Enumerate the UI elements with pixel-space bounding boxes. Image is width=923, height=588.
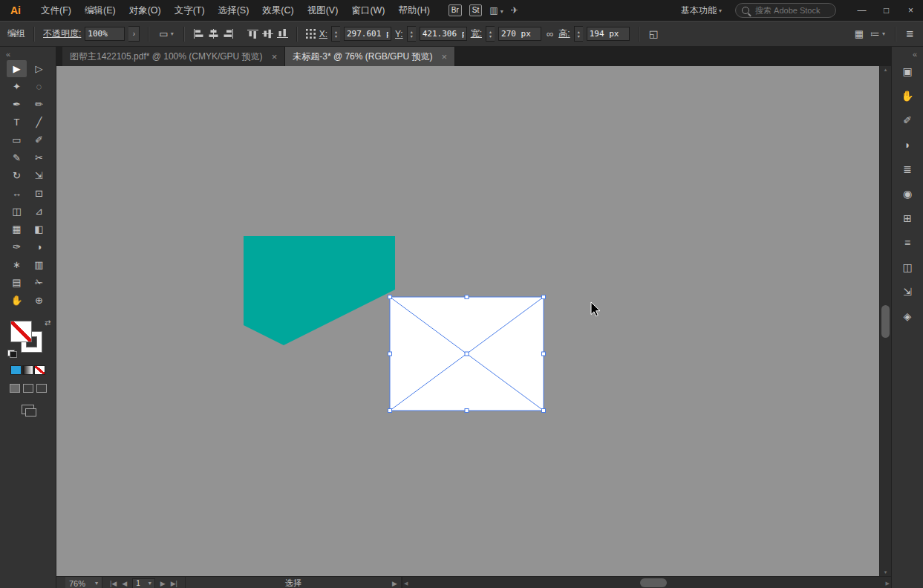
search-input[interactable]	[754, 5, 829, 16]
selection-handle[interactable]	[388, 295, 392, 299]
symbol-sprayer-tool[interactable]: ∗	[7, 256, 27, 273]
gradient-button[interactable]	[22, 365, 33, 375]
width-label[interactable]: 宽:	[471, 27, 482, 40]
workspace-switcher[interactable]: 基本功能 ▾	[681, 4, 722, 17]
selection-handle[interactable]	[388, 352, 392, 356]
previous-artboard-icon[interactable]: ◀	[122, 580, 127, 587]
transparency-panel-icon[interactable]: ⊞	[898, 210, 917, 226]
swap-fill-stroke-icon[interactable]: ⇄	[45, 318, 50, 327]
align-horizontal-center-icon[interactable]	[208, 29, 219, 39]
scroll-down-icon[interactable]: ▾	[880, 569, 891, 575]
menu-window[interactable]: 窗口(W)	[345, 0, 391, 21]
close-tab-icon[interactable]: ×	[272, 51, 278, 62]
draw-normal-icon[interactable]	[10, 384, 20, 393]
vertical-scroll-thumb[interactable]	[881, 305, 890, 338]
blend-tool[interactable]: ◑	[29, 238, 49, 255]
app-logo[interactable]: Ai	[6, 2, 25, 19]
free-transform-tool[interactable]: ⊡	[29, 185, 49, 202]
scale-tool[interactable]: ⇲	[29, 167, 49, 184]
stock-badge[interactable]: St	[469, 4, 482, 16]
transform-presets-icon[interactable]: ▭▾	[157, 28, 175, 39]
menu-file[interactable]: 文件(F)	[34, 0, 78, 21]
width-tool[interactable]: ↔	[7, 185, 27, 202]
horizontal-scroll-thumb[interactable]	[640, 578, 667, 587]
type-tool[interactable]: T	[7, 114, 27, 131]
draw-behind-icon[interactable]	[23, 384, 33, 393]
selection-handle[interactable]	[542, 295, 546, 299]
perspective-grid-tool[interactable]: ⊿	[29, 203, 49, 220]
menu-select[interactable]: 选择(S)	[212, 0, 256, 21]
horizontal-scrollbar[interactable]: ◀ ▶	[402, 577, 891, 588]
scroll-left-icon[interactable]: ◀	[404, 577, 408, 588]
direct-selection-tool[interactable]: ▷	[29, 60, 49, 77]
color-button[interactable]	[10, 365, 22, 375]
last-artboard-icon[interactable]: ▶|	[171, 580, 177, 587]
shape-builder-tool[interactable]: ◫	[7, 203, 27, 220]
lasso-tool[interactable]: ◌	[29, 78, 49, 95]
vertical-scrollbar[interactable]: ▴ ▾	[879, 66, 891, 576]
align-vertical-bottom-icon[interactable]	[277, 29, 288, 39]
paintbrush-tool[interactable]: ✐	[29, 131, 49, 148]
selection-tool[interactable]: ▶	[7, 60, 27, 77]
artboards-panel-icon[interactable]: ▣	[898, 63, 917, 79]
width-stepper[interactable]: ▴▾	[486, 26, 495, 42]
menu-type[interactable]: 文字(T)	[168, 0, 212, 21]
gradient-panel-icon[interactable]: ◉	[898, 186, 917, 202]
line-segment-tool[interactable]: ╱	[29, 114, 49, 131]
magic-wand-tool[interactable]: ✦	[7, 78, 27, 95]
opacity-label[interactable]: 不透明度:	[43, 27, 81, 40]
close-tab-icon[interactable]: ×	[441, 51, 447, 62]
column-graph-tool[interactable]: ▥	[29, 256, 49, 273]
collapse-toolbar-icon[interactable]: «	[0, 47, 16, 60]
share-icon[interactable]: ✈	[511, 5, 518, 16]
menu-edit[interactable]: 编辑(E)	[78, 0, 123, 21]
selection-handle[interactable]	[388, 409, 392, 413]
selection-handle[interactable]	[465, 295, 469, 299]
y-input[interactable]	[420, 27, 467, 41]
selection-center-point[interactable]	[465, 352, 469, 356]
y-label[interactable]: Y:	[395, 29, 403, 39]
slice-tool[interactable]: ✁	[29, 274, 49, 291]
shapes-panel-icon[interactable]: ◗	[898, 137, 917, 153]
menu-object[interactable]: 对象(O)	[123, 0, 168, 21]
curvature-tool[interactable]: ✏	[29, 96, 49, 113]
zoom-level-select[interactable]: 76% ▾	[65, 577, 102, 588]
flag-shape[interactable]	[244, 236, 395, 345]
align-vertical-center-icon[interactable]	[262, 29, 273, 39]
close-button[interactable]: ×	[898, 0, 923, 21]
expand-dock-icon[interactable]: «	[907, 47, 923, 60]
align-horizontal-left-icon[interactable]	[193, 29, 204, 39]
opacity-input[interactable]	[85, 27, 125, 41]
default-fill-stroke-icon[interactable]	[7, 350, 17, 358]
shaper-tool[interactable]: ✎	[7, 149, 27, 166]
arrange-documents-icon[interactable]: ▥▾	[489, 5, 503, 16]
next-artboard-icon[interactable]: ▶	[160, 580, 166, 587]
rotate-tool[interactable]: ↻	[7, 167, 27, 184]
stroke-panel-icon[interactable]: ≣	[898, 161, 917, 177]
status-display[interactable]: 选择 ▶	[185, 577, 402, 588]
control-panel-menu-icon[interactable]: ≣	[904, 28, 916, 39]
draw-inside-icon[interactable]	[36, 384, 47, 393]
align-panel-icon[interactable]: ≡	[898, 235, 917, 251]
selection-handle[interactable]	[542, 409, 546, 413]
document-layout-icon[interactable]: ≔▾	[869, 28, 887, 39]
hand-tool[interactable]: ✋	[7, 292, 27, 309]
align-horizontal-right-icon[interactable]	[223, 29, 234, 39]
stock-search[interactable]	[735, 3, 836, 18]
minimize-button[interactable]: —	[849, 0, 874, 21]
screen-mode-icon[interactable]	[22, 405, 34, 414]
artboard-tool[interactable]: ▤	[7, 274, 27, 291]
restore-button[interactable]: □	[874, 0, 898, 21]
hand-panel-icon[interactable]: ✋	[898, 88, 917, 104]
link-dimensions-icon[interactable]: ∞	[545, 28, 555, 39]
rectangle-tool[interactable]: ▭	[7, 131, 27, 148]
artboard-number-select[interactable]: 1 ▾	[132, 578, 155, 588]
height-input[interactable]	[587, 27, 630, 41]
width-input[interactable]	[498, 27, 541, 41]
bounding-box-icon[interactable]: ◱	[648, 28, 659, 39]
mesh-tool[interactable]: ▦	[7, 220, 27, 238]
pathfinder-panel-icon[interactable]: ◫	[898, 259, 917, 275]
status-flyout-icon[interactable]: ▶	[392, 580, 397, 587]
canvas[interactable]	[56, 66, 879, 576]
pen-tool[interactable]: ✒	[7, 96, 27, 113]
